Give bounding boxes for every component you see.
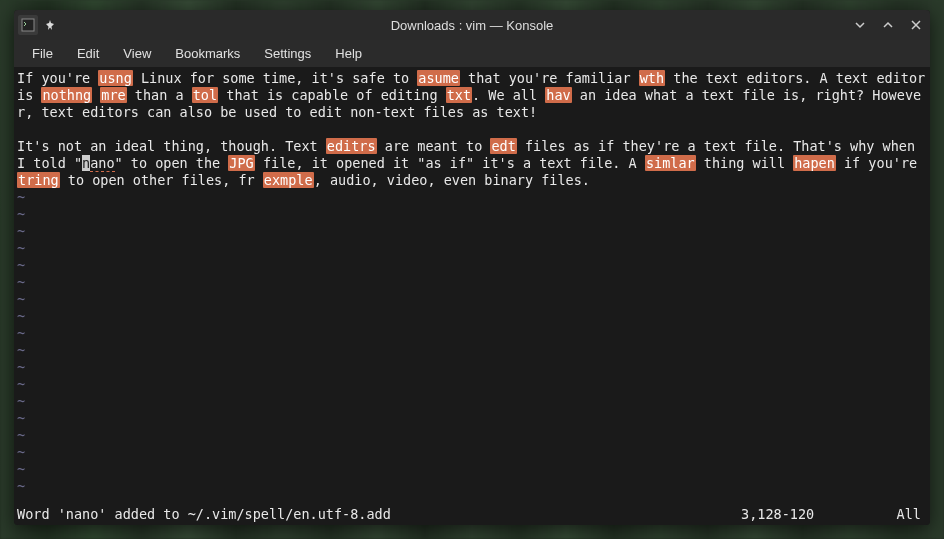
empty-line-tilde: ~ <box>17 444 927 461</box>
spell-error: usng <box>98 70 133 86</box>
empty-line-tilde: ~ <box>17 461 927 478</box>
menu-bookmarks[interactable]: Bookmarks <box>165 42 250 65</box>
close-button[interactable] <box>902 10 930 40</box>
spell-error: nothng <box>41 87 92 103</box>
empty-line-tilde: ~ <box>17 189 927 206</box>
terminal-area[interactable]: If you're usng Linux for some time, it's… <box>14 68 930 525</box>
menu-file[interactable]: File <box>22 42 63 65</box>
spell-error: exmple <box>263 172 314 188</box>
spell-error: JPG <box>228 155 254 171</box>
empty-line-tilde: ~ <box>17 393 927 410</box>
menubar: File Edit View Bookmarks Settings Help <box>14 40 930 68</box>
empty-line-tilde: ~ <box>17 410 927 427</box>
menu-help[interactable]: Help <box>325 42 372 65</box>
konsole-window: Downloads : vim — Konsole File Edit View… <box>14 10 930 525</box>
pin-icon[interactable] <box>44 19 56 31</box>
menu-view[interactable]: View <box>113 42 161 65</box>
empty-line-tilde: ~ <box>17 308 927 325</box>
menu-settings[interactable]: Settings <box>254 42 321 65</box>
spell-error: hav <box>545 87 571 103</box>
empty-line-tilde: ~ <box>17 274 927 291</box>
status-message: Word 'nano' added to ~/.vim/spell/en.utf… <box>17 506 391 523</box>
spell-error: tring <box>17 172 60 188</box>
vim-statusline: Word 'nano' added to ~/.vim/spell/en.utf… <box>17 506 927 523</box>
menu-edit[interactable]: Edit <box>67 42 109 65</box>
spell-error: mre <box>100 87 126 103</box>
empty-line-tilde: ~ <box>17 478 927 495</box>
empty-line-tilde: ~ <box>17 257 927 274</box>
vim-buffer[interactable]: If you're usng Linux for some time, it's… <box>17 70 927 506</box>
empty-line-tilde: ~ <box>17 427 927 444</box>
empty-line-tilde: ~ <box>17 342 927 359</box>
spell-error: asume <box>417 70 460 86</box>
empty-line-tilde: ~ <box>17 240 927 257</box>
text-line[interactable]: It's not an ideal thing, though. Text ed… <box>17 138 927 189</box>
spell-error: simlar <box>645 155 696 171</box>
spell-error: editrs <box>326 138 377 154</box>
window-title: Downloads : vim — Konsole <box>14 18 930 33</box>
empty-line-tilde: ~ <box>17 359 927 376</box>
titlebar[interactable]: Downloads : vim — Konsole <box>14 10 930 40</box>
text-line[interactable]: If you're usng Linux for some time, it's… <box>17 70 927 121</box>
app-icon <box>18 15 38 35</box>
maximize-button[interactable] <box>874 10 902 40</box>
empty-line-tilde: ~ <box>17 325 927 342</box>
spell-error: edt <box>490 138 516 154</box>
spell-error: hapen <box>793 155 836 171</box>
blank-line <box>17 121 927 138</box>
empty-line-tilde: ~ <box>17 206 927 223</box>
empty-line-tilde: ~ <box>17 223 927 240</box>
scroll-indicator: All <box>881 506 921 523</box>
spell-error: wth <box>639 70 665 86</box>
cursor-position: 3,128-120 <box>741 506 881 523</box>
spell-error: txt <box>446 87 472 103</box>
empty-line-tilde: ~ <box>17 376 927 393</box>
spell-error: tol <box>192 87 218 103</box>
minimize-button[interactable] <box>846 10 874 40</box>
svg-rect-0 <box>22 19 34 31</box>
empty-line-tilde: ~ <box>17 291 927 308</box>
